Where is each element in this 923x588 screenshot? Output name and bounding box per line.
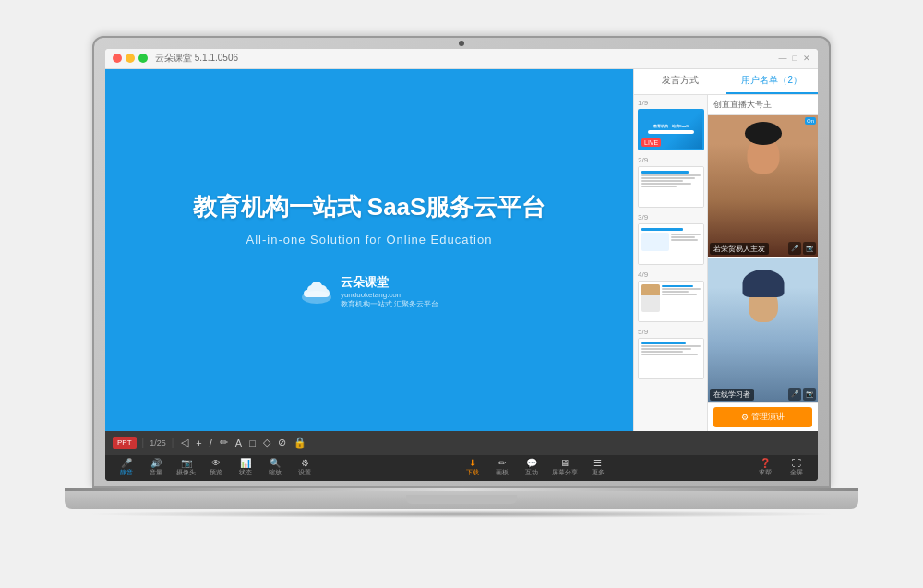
tool-help[interactable]: ❓ 求帮 [751, 458, 779, 477]
mic-label: 静音 [120, 468, 133, 477]
tool-screen-share[interactable]: 🖥 屏幕分享 [547, 458, 582, 477]
fullscreen-label: 全屏 [790, 468, 803, 477]
pencil-tool[interactable]: ✏ [218, 437, 230, 449]
win-maximize[interactable]: □ [793, 54, 797, 63]
tool-status[interactable]: 📊 状态 [232, 458, 259, 477]
win-close[interactable]: ✕ [803, 54, 810, 63]
add-tool[interactable]: + [194, 438, 203, 449]
help-icon: ❓ [760, 458, 771, 468]
slide-thumbnails: 1/9 教育机构一站式SaaS LIVE [634, 95, 708, 431]
tool-download[interactable]: ⬇ 下载 [459, 458, 486, 477]
thumb-img-5 [638, 338, 704, 379]
toolbar-drawing: PPT | 1/25 | ◁ + / ✏ A □ ◇ ⊘ [105, 431, 818, 455]
video-feed-top: 若荣贸易人主发 🎤 📷 On [708, 115, 818, 259]
camera-icon: 📷 [181, 458, 192, 468]
download-icon: ⬇ [469, 458, 476, 468]
tool-preview[interactable]: 👁 预览 [202, 458, 230, 477]
thumbnail-1[interactable]: 1/9 教育机构一站式SaaS LIVE [638, 99, 703, 150]
window-controls [113, 54, 148, 63]
lock-tool[interactable]: 🔒 [292, 437, 308, 449]
shape-tool[interactable]: ◇ [261, 437, 272, 449]
mini-slide-3 [639, 224, 703, 264]
chat-label: 互动 [525, 468, 538, 477]
video-feeds: 若荣贸易人主发 🎤 📷 On [708, 115, 818, 402]
tool-mic[interactable]: 🎤 静音 [113, 458, 140, 477]
close-button[interactable] [113, 54, 122, 63]
screen-share-label: 屏幕分享 [552, 468, 578, 477]
fullscreen-icon: ⛶ [792, 458, 801, 468]
vid-ctrl-mic-top[interactable]: 🎤 [788, 242, 801, 255]
thumbnail-2[interactable]: 2/9 [638, 156, 703, 208]
right-panel: 发言方式 用户名单（2） 1/9 [633, 69, 818, 431]
slide-title-en: All-in-one Solution for Online Education [246, 233, 493, 246]
tool-volume[interactable]: 🔊 音量 [142, 458, 170, 477]
thumb-number-1: 1/9 [638, 99, 703, 107]
preview-icon: 👁 [211, 458, 221, 468]
tool-fullscreen[interactable]: ⛶ 全屏 [783, 458, 810, 477]
draw-label: 画板 [496, 468, 509, 477]
settings-label: 设置 [298, 468, 311, 477]
thumbnail-5[interactable]: 5/9 [638, 328, 703, 379]
settings-icon: ⚙ [301, 458, 309, 468]
tool-chat[interactable]: 💬 互动 [518, 458, 545, 477]
tab-user-list[interactable]: 用户名单（2） [726, 69, 819, 94]
prev-page-btn[interactable]: ◁ [179, 437, 190, 449]
win-minimize[interactable]: — [779, 54, 787, 63]
thumbnail-3[interactable]: 3/9 [638, 213, 703, 265]
vid-ctrl-mic-bottom[interactable]: 🎤 [788, 388, 801, 401]
manage-btn-area: ⚙ 管理演讲 [708, 402, 818, 431]
download-label: 下载 [466, 468, 479, 477]
mini-slide-5 [639, 339, 703, 378]
draw-icon: ✏ [498, 458, 506, 468]
ppt-button[interactable]: PPT [113, 437, 137, 449]
text-tool[interactable]: A [234, 438, 244, 449]
screen-content: 云朵课堂 5.1.1.0506 — □ ✕ 教育机构一站式 SaaS服务云平台 … [105, 49, 818, 481]
toolbar-right-controls: ❓ 求帮 ⛶ 全屏 [751, 458, 810, 477]
status-icon: 📊 [240, 458, 251, 468]
vid-ctrl-cam-top[interactable]: 📷 [803, 242, 816, 255]
thumb-img-3 [638, 223, 704, 265]
volume-label: 音量 [150, 468, 162, 477]
manage-btn-label: 管理演讲 [751, 411, 785, 423]
logo-name: 云朵课堂 [341, 274, 438, 291]
thumb-number-5: 5/9 [638, 328, 703, 336]
logo-slogan: 教育机构一站式 汇聚务云平台 [341, 299, 438, 309]
thumb-img-4 [638, 281, 704, 322]
mini-slide-text-1: 教育机构一站式SaaS [653, 124, 689, 128]
user-panel-header: 创直直播大号主 [708, 95, 818, 115]
laptop-mockup: 云朵课堂 5.1.1.0506 — □ ✕ 教育机构一站式 SaaS服务云平台 … [65, 36, 858, 553]
more-label: 更多 [592, 468, 605, 477]
app-body: 教育机构一站式 SaaS服务云平台 All-in-one Solution fo… [105, 69, 818, 481]
logo-cloud-icon [300, 279, 333, 305]
separator-2: | [170, 438, 176, 448]
rect-tool[interactable]: □ [247, 438, 258, 449]
tool-draw[interactable]: ✏ 画板 [488, 458, 516, 477]
minimize-button[interactable] [126, 54, 135, 63]
logo-url: yunduoketang.com [341, 291, 438, 299]
slide-logo: 云朵课堂 yunduoketang.com 教育机构一站式 汇聚务云平台 [300, 274, 438, 309]
presenter-label: 创直直播大号主 [713, 100, 772, 109]
pen-tool[interactable]: / [208, 438, 214, 449]
panel-tabs: 发言方式 用户名单（2） [634, 69, 818, 95]
tab-speak-mode[interactable]: 发言方式 [634, 69, 726, 94]
separator-1: | [140, 438, 147, 448]
vid-ctrl-cam-bottom[interactable]: 📷 [803, 388, 816, 401]
slide-main: 教育机构一站式 SaaS服务云平台 All-in-one Solution fo… [105, 69, 633, 431]
tool-zoom[interactable]: 🔍 缩放 [261, 458, 289, 477]
bottom-toolbar: PPT | 1/25 | ◁ + / ✏ A □ ◇ ⊘ [105, 431, 818, 481]
tool-camera[interactable]: 📷 摄像头 [172, 458, 200, 477]
tool-more[interactable]: ☰ 更多 [584, 458, 612, 477]
camera-dot [459, 41, 464, 46]
tool-settings[interactable]: ⚙ 设置 [291, 458, 318, 477]
laptop-base [65, 488, 858, 509]
chat-icon: 💬 [526, 458, 537, 468]
thumbnail-4[interactable]: 4/9 [638, 270, 703, 322]
maximize-button[interactable] [138, 54, 148, 63]
title-win-controls: — □ ✕ [779, 54, 810, 63]
thumb-number-4: 4/9 [638, 270, 703, 279]
manage-lecture-button[interactable]: ⚙ 管理演讲 [713, 407, 812, 427]
camera-label: 摄像头 [176, 468, 196, 477]
thumb-number-2: 2/9 [638, 156, 703, 164]
video-feed-bottom: 在线学习者 🎤 📷 [708, 258, 818, 402]
eraser-tool[interactable]: ⊘ [276, 437, 288, 449]
